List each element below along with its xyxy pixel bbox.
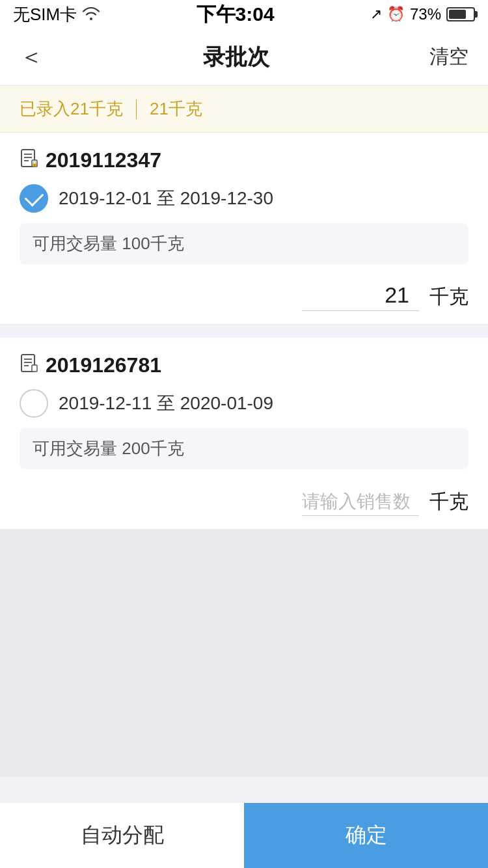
batch-header-2: 2019126781 xyxy=(0,338,488,385)
confirm-button[interactable]: 确定 xyxy=(244,803,488,868)
batch-header-1: 🔒 2019112347 xyxy=(0,133,488,180)
qty-unit-2: 千克 xyxy=(429,489,468,515)
batch-date-2: 2019-12-11 至 2020-01-09 xyxy=(59,391,273,416)
available-qty-2: 可用交易量 200千克 xyxy=(20,428,468,469)
batch-radio-1[interactable] xyxy=(20,184,48,213)
batch-doc-icon-1: 🔒 xyxy=(20,148,39,172)
summary-bar: 已录入21千克 21千克 xyxy=(0,86,488,133)
bottom-bar: 自动分配 确定 xyxy=(0,803,488,868)
auto-assign-button[interactable]: 自动分配 xyxy=(0,803,244,868)
status-time: 下午3:04 xyxy=(197,1,275,28)
page-title: 录批次 xyxy=(203,42,269,72)
batch-radio-2[interactable] xyxy=(20,389,48,418)
status-left: 无SIM卡 xyxy=(13,3,100,26)
svg-text:🔒: 🔒 xyxy=(31,160,38,167)
battery-icon xyxy=(446,7,475,21)
qty-row-2: 千克 xyxy=(0,477,488,530)
summary-divider xyxy=(136,100,137,119)
batch-id-2: 2019126781 xyxy=(46,353,161,377)
card-separator xyxy=(0,325,488,338)
carrier-text: 无SIM卡 xyxy=(13,3,77,26)
battery-percent: 73% xyxy=(410,5,441,23)
svg-rect-10 xyxy=(32,365,37,372)
qty-row-1: 千克 xyxy=(0,272,488,325)
empty-area xyxy=(0,530,488,777)
entered-summary: 已录入21千克 xyxy=(20,98,123,120)
clear-button[interactable]: 清空 xyxy=(429,44,468,70)
status-right: ↗ ⏰ 73% xyxy=(370,5,475,23)
batch-date-row-2[interactable]: 2019-12-11 至 2020-01-09 xyxy=(0,385,488,426)
batch-card-2: 2019126781 2019-12-11 至 2020-01-09 可用交易量… xyxy=(0,338,488,530)
qty-input-1[interactable] xyxy=(302,282,419,311)
batch-date-row-1[interactable]: 2019-12-01 至 2019-12-30 xyxy=(0,180,488,221)
back-button[interactable]: ＜ xyxy=(20,41,43,73)
qty-input-2[interactable] xyxy=(302,487,419,516)
status-bar: 无SIM卡 下午3:04 ↗ ⏰ 73% xyxy=(0,0,488,29)
alarm-icon: ⏰ xyxy=(387,6,405,23)
wifi-icon xyxy=(82,5,100,25)
location-icon: ↗ xyxy=(370,6,382,23)
available-qty-1: 可用交易量 100千克 xyxy=(20,223,468,264)
batch-card-1: 🔒 2019112347 2019-12-01 至 2019-12-30 可用交… xyxy=(0,133,488,325)
qty-unit-1: 千克 xyxy=(429,284,468,310)
batch-date-1: 2019-12-01 至 2019-12-30 xyxy=(59,186,273,211)
batch-doc-icon-2 xyxy=(20,353,39,377)
batch-id-1: 2019112347 xyxy=(46,148,161,172)
summary-value: 21千克 xyxy=(150,98,202,120)
nav-bar: ＜ 录批次 清空 xyxy=(0,29,488,86)
